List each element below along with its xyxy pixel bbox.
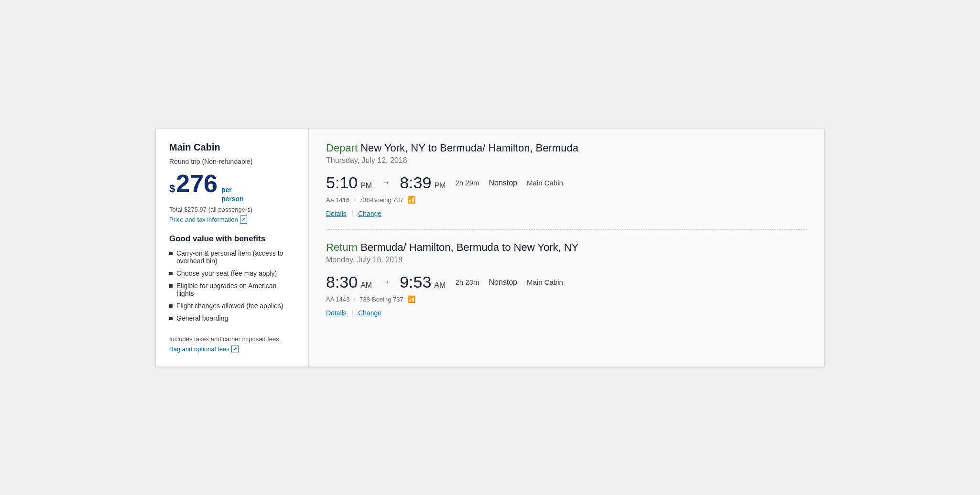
return-depart-time-block: 8:30 AM bbox=[326, 273, 372, 291]
depart-info-row: AA 1416 ● 738-Boeing 737 📶 bbox=[326, 196, 807, 204]
price-amount: 276 bbox=[176, 171, 218, 196]
benefit-item: Choose your seat (fee may apply) bbox=[169, 269, 295, 277]
depart-duration: 2h 29m bbox=[455, 179, 479, 187]
depart-change-link[interactable]: Change bbox=[358, 210, 381, 217]
depart-flight-number: AA 1416 bbox=[326, 196, 349, 204]
depart-section: Depart New York, NY to Bermuda/ Hamilton… bbox=[326, 142, 807, 218]
return-arrive-time-block: 9:53 AM bbox=[400, 273, 446, 291]
dot-separator: ● bbox=[353, 198, 356, 202]
return-duration: 2h 23m bbox=[455, 278, 479, 286]
depart-date: Thursday, July 12, 2018 bbox=[326, 156, 807, 165]
cabin-title: Main Cabin bbox=[169, 142, 295, 153]
price-row: $ 276 perperson bbox=[169, 171, 295, 203]
bullet-icon bbox=[169, 272, 173, 275]
benefit-item: Carry-on & personal item (access to over… bbox=[169, 249, 295, 265]
arrive-time-value: 8:39 bbox=[400, 173, 431, 192]
flight-card: Main Cabin Round trip (Non-refundable) $… bbox=[155, 128, 825, 366]
depart-times-row: 5:10 PM → 8:39 PM 2h 29m Nonstop Main Ca… bbox=[326, 173, 807, 192]
return-label: Return bbox=[326, 241, 358, 253]
arrive-time-ampm: PM bbox=[434, 182, 446, 190]
trip-type: Round trip (Non-refundable) bbox=[169, 158, 295, 165]
return-arrive-time-ampm: AM bbox=[434, 281, 446, 290]
return-section: Return Bermuda/ Hamilton, Bermuda to New… bbox=[326, 229, 807, 317]
depart-time-ampm: PM bbox=[360, 182, 372, 190]
return-actions: Details | Change bbox=[326, 309, 807, 317]
dot-separator-return: ● bbox=[353, 297, 356, 301]
bag-fees-link[interactable]: Bag and optional fees ↗ bbox=[169, 345, 239, 353]
depart-cabin: Main Cabin bbox=[527, 179, 563, 187]
return-times-row: 8:30 AM → 9:53 AM 2h 23m Nonstop Main Ca… bbox=[326, 273, 807, 291]
benefit-item: Flight changes allowed (fee applies) bbox=[169, 302, 295, 310]
depart-aircraft: 738-Boeing 737 bbox=[359, 196, 403, 204]
wifi-icon: 📶 bbox=[407, 196, 415, 204]
bullet-icon bbox=[169, 317, 173, 320]
return-flight-number: AA 1443 bbox=[326, 296, 349, 303]
return-stop: Nonstop bbox=[489, 278, 517, 287]
depart-time-block: 5:10 PM bbox=[326, 173, 372, 192]
benefits-list: Carry-on & personal item (access to over… bbox=[169, 249, 295, 322]
return-info-row: AA 1443 ● 738-Boeing 737 📶 bbox=[326, 295, 807, 303]
total-price: Total $275.97 (all passengers) bbox=[169, 206, 295, 213]
arrow-icon: → bbox=[381, 178, 390, 188]
arrive-time-block: 8:39 PM bbox=[400, 173, 446, 192]
return-depart-time-ampm: AM bbox=[360, 281, 372, 290]
depart-label: Depart bbox=[326, 142, 358, 154]
return-cabin: Main Cabin bbox=[527, 278, 563, 286]
bullet-icon bbox=[169, 284, 173, 288]
return-arrive-time-value: 9:53 bbox=[400, 273, 431, 291]
return-change-link[interactable]: Change bbox=[358, 309, 381, 317]
dollar-sign: $ bbox=[169, 183, 175, 195]
return-depart-time-value: 8:30 bbox=[326, 273, 358, 291]
benefit-item: General boarding bbox=[169, 314, 295, 322]
bullet-icon bbox=[169, 304, 173, 308]
right-panel: Depart New York, NY to Bermuda/ Hamilton… bbox=[309, 129, 824, 366]
return-route-text2: Bermuda/ Hamilton, Bermuda to New York, … bbox=[360, 241, 578, 253]
taxes-note: Includes taxes and carrier imposed fees. bbox=[169, 335, 295, 343]
return-details-link[interactable]: Details bbox=[326, 309, 347, 317]
return-arrow-icon: → bbox=[381, 277, 390, 287]
benefit-item: Main Cabin Eligible for upgrades on Amer… bbox=[169, 282, 295, 297]
benefits-title: Good value with benefits bbox=[169, 234, 295, 244]
depart-details-link[interactable]: Details bbox=[326, 210, 347, 217]
return-action-separator: | bbox=[351, 309, 353, 317]
action-separator: | bbox=[351, 209, 353, 218]
price-tax-link[interactable]: Price and tax information ↗ bbox=[169, 215, 247, 224]
left-panel: Main Cabin Round trip (Non-refundable) $… bbox=[156, 129, 309, 366]
depart-route-text: New York, NY to Bermuda/ Hamilton, Bermu… bbox=[360, 142, 578, 154]
per-person: perperson bbox=[221, 185, 244, 203]
return-heading: Return Bermuda/ Hamilton, Bermuda to New… bbox=[326, 241, 807, 254]
depart-time-value: 5:10 bbox=[326, 173, 358, 192]
external-link-icon: ↗ bbox=[231, 345, 239, 353]
depart-actions: Details | Change bbox=[326, 209, 807, 218]
depart-heading: Depart New York, NY to Bermuda/ Hamilton… bbox=[326, 142, 807, 154]
depart-stop: Nonstop bbox=[489, 179, 517, 187]
external-link-icon: ↗ bbox=[240, 215, 247, 224]
bullet-icon bbox=[169, 252, 173, 255]
return-date: Monday, July 16, 2018 bbox=[326, 256, 807, 264]
return-wifi-icon: 📶 bbox=[407, 295, 415, 303]
return-aircraft: 738-Boeing 737 bbox=[359, 296, 403, 303]
